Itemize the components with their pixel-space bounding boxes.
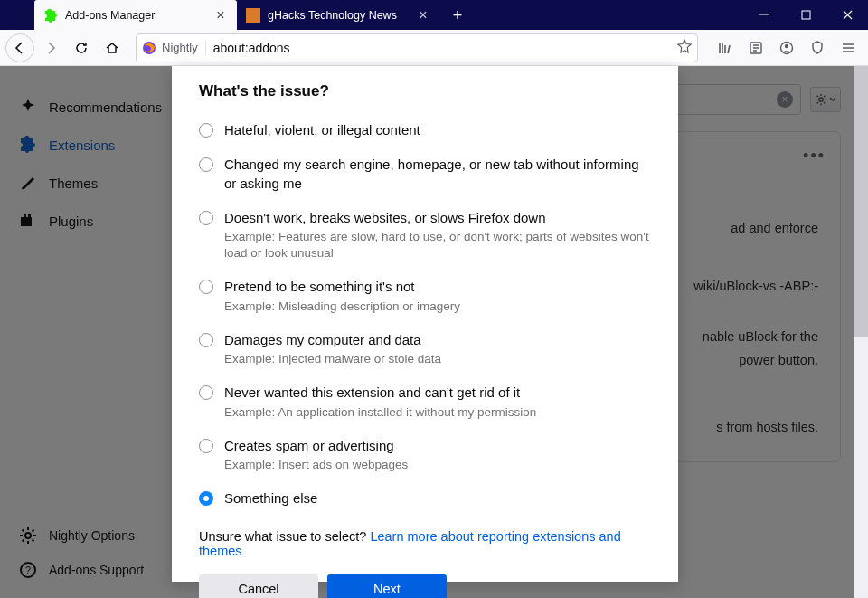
issue-option[interactable]: Creates spam or advertisingExample: Inse… — [199, 429, 651, 481]
close-icon[interactable]: × — [416, 8, 430, 23]
issue-option[interactable]: Pretend to be something it's notExample:… — [199, 270, 651, 322]
new-tab-button[interactable]: + — [445, 3, 470, 28]
site-favicon — [246, 8, 260, 23]
tab-addons-manager[interactable]: Add-ons Manager × — [34, 0, 237, 30]
bookmark-star-icon[interactable] — [677, 39, 692, 56]
titlebar: Add-ons Manager × gHacks Technology News… — [0, 0, 868, 30]
option-example: Example: Injected malware or stole data — [224, 351, 651, 367]
option-example: Example: Features are slow, hard to use,… — [224, 229, 651, 261]
tab-title: gHacks Technology News — [268, 9, 416, 22]
issue-option[interactable]: Hateful, violent, or illegal content — [199, 113, 651, 147]
window-controls — [743, 0, 868, 30]
modal-title: What's the issue? — [199, 82, 651, 100]
radio-icon[interactable] — [199, 385, 213, 400]
firefox-icon — [142, 41, 156, 55]
option-label: Pretend to be something it's not — [224, 278, 651, 296]
option-label: Something else — [224, 489, 651, 508]
reader-button[interactable] — [741, 33, 770, 62]
radio-icon[interactable] — [199, 123, 213, 138]
minimize-button[interactable] — [743, 0, 785, 30]
back-button[interactable] — [5, 33, 34, 62]
maximize-button[interactable] — [785, 0, 826, 30]
puzzle-icon — [43, 8, 58, 23]
help-prefix: Unsure what issue to select? — [199, 529, 370, 544]
svg-rect-0 — [246, 8, 260, 23]
close-icon[interactable]: × — [213, 8, 228, 23]
identity-label: Nightly — [162, 41, 198, 54]
app-menu-button[interactable] — [834, 33, 863, 62]
url-text: about:addons — [213, 41, 670, 55]
option-example: Example: Misleading description or image… — [224, 299, 651, 315]
option-label: Creates spam or advertising — [224, 437, 651, 455]
identity-box[interactable]: Nightly — [142, 41, 206, 55]
option-label: Never wanted this extension and can't ge… — [224, 384, 651, 402]
option-label: Changed my search engine, homepage, or n… — [224, 156, 651, 193]
svg-point-5 — [785, 43, 788, 47]
option-example: Example: An application installed it wit… — [224, 404, 651, 421]
radio-icon[interactable] — [199, 211, 213, 225]
radio-icon[interactable] — [199, 491, 213, 506]
issue-option[interactable]: Changed my search engine, homepage, or n… — [199, 147, 651, 201]
nav-toolbar: Nightly about:addons — [0, 30, 868, 66]
url-bar[interactable]: Nightly about:addons — [136, 33, 698, 62]
scrollbar-thumb[interactable] — [854, 66, 868, 337]
option-example: Example: Insert ads on webpages — [224, 457, 651, 473]
shield-icon[interactable] — [803, 33, 832, 62]
toolbar-right — [707, 33, 863, 62]
tab-ghacks[interactable]: gHacks Technology News × — [237, 0, 439, 30]
tabs-strip: Add-ons Manager × gHacks Technology News… — [0, 0, 743, 30]
cancel-button[interactable]: Cancel — [199, 574, 318, 598]
issue-option[interactable]: Damages my computer and dataExample: Inj… — [199, 323, 651, 375]
reload-button[interactable] — [67, 33, 96, 62]
issue-option[interactable]: Never wanted this extension and can't ge… — [199, 375, 651, 428]
radio-icon[interactable] — [199, 439, 213, 453]
library-button[interactable] — [711, 33, 740, 62]
radio-icon[interactable] — [199, 280, 213, 294]
svg-rect-1 — [802, 11, 810, 19]
radio-icon[interactable] — [199, 157, 213, 172]
report-issue-modal: What's the issue? Hateful, violent, or i… — [172, 66, 678, 582]
content-area: Recommendations Extensions Themes Plugin… — [0, 66, 868, 598]
option-label: Hateful, violent, or illegal content — [224, 121, 651, 139]
tab-title: Add-ons Manager — [65, 9, 213, 22]
help-text: Unsure what issue to select? Learn more … — [199, 529, 651, 558]
option-label: Damages my computer and data — [224, 331, 651, 349]
issue-option[interactable]: Something else — [199, 481, 651, 516]
forward-button[interactable] — [36, 33, 65, 62]
issue-option[interactable]: Doesn't work, breaks websites, or slows … — [199, 201, 651, 271]
option-label: Doesn't work, breaks websites, or slows … — [224, 209, 651, 227]
radio-icon[interactable] — [199, 333, 213, 347]
home-button[interactable] — [98, 33, 127, 62]
vertical-scrollbar[interactable] — [854, 66, 868, 598]
close-window-button[interactable] — [826, 0, 868, 30]
next-button[interactable]: Next — [327, 574, 447, 598]
account-button[interactable] — [772, 33, 801, 62]
